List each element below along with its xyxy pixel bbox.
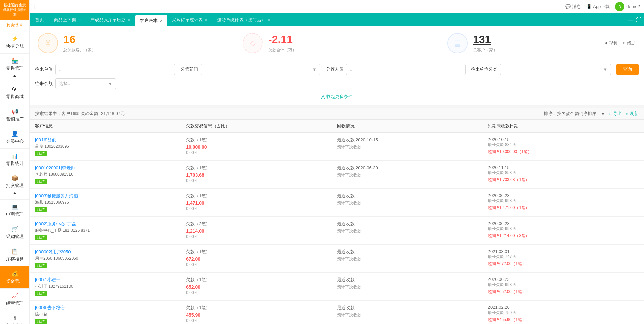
stat-value-2: 131 <box>473 33 497 46</box>
tab-close-3[interactable]: ✕ <box>160 19 163 23</box>
max-overdue-1: 最长欠款 853 天 <box>488 170 639 176</box>
stat-label-2: 总客户（家） <box>473 47 497 53</box>
customer-tag-5: 现结 <box>35 291 47 296</box>
max-overdue-4: 最长欠款 747 天 <box>488 254 639 260</box>
user-menu[interactable]: D demo2 <box>615 2 640 11</box>
tab-label-5: 进货单统计表（按商品） <box>217 17 265 23</box>
debt-amount-5: 652.00 <box>186 284 337 290</box>
customer-name-6[interactable]: [0006]去下粮仓 <box>35 305 186 311</box>
tab-2[interactable]: 产成品入库单历史✕ <box>86 13 135 26</box>
debt-count-4: 欠款（1笔） <box>186 249 337 255</box>
filter-label-unit: 往来单位 <box>35 66 53 72</box>
debt-pct-4: 0.00% <box>186 262 337 267</box>
customer-tag-1: 现结 <box>35 179 47 184</box>
query-button[interactable]: 查询 <box>616 64 639 75</box>
sidebar-search[interactable]: 搜索菜单 <box>0 20 29 31</box>
filter-item-unit: 往来单位 ... <box>35 64 175 75</box>
filter-item-category: 往来单位分类 ▼ <box>471 64 611 75</box>
overdue-detail-2[interactable]: 超期 ¥1,471.00（1笔） <box>488 205 639 211</box>
filter-select-category[interactable]: ▼ <box>500 64 611 75</box>
sidebar-item-12[interactable]: ℹ基础信息 <box>0 311 29 324</box>
filter-select-dept[interactable]: ▼ <box>201 64 320 75</box>
sidebar-item-0[interactable]: ⚡快捷导航 <box>0 31 29 54</box>
debt-info-6: 欠款（1笔） 455.90 0.00% <box>186 305 337 323</box>
overdue-detail-3[interactable]: 超期 ¥1,214.00（3笔） <box>488 233 639 239</box>
customer-tag-3: 现结 <box>35 235 47 240</box>
debt-info-2: 欠款（1笔） 1,471.00 0.00% <box>186 193 337 211</box>
next-payment-5: 预计下次收款 <box>337 284 488 290</box>
tab-0[interactable]: 首页 <box>30 13 49 26</box>
debt-amount-3: 1,214.00 <box>186 228 337 234</box>
message-button[interactable]: 💬 消息 <box>565 4 581 10</box>
tab-3[interactable]: 客户账本✕ <box>135 15 167 26</box>
filter-input-unit[interactable]: ... <box>55 64 175 75</box>
app-download-button[interactable]: 📱 App下载 <box>586 4 610 10</box>
next-payment-1: 预计下次收款 <box>337 172 488 178</box>
chevron-down-icon-dept: ▼ <box>312 67 317 72</box>
minimize-icon[interactable]: — <box>628 17 633 23</box>
sidebar-item-8[interactable]: 🛒采购管理 <box>0 222 29 244</box>
tab-close-4[interactable]: ✕ <box>205 18 208 22</box>
customer-name-5[interactable]: [0007]小进干 <box>35 277 186 283</box>
debt-count-6: 欠款（1笔） <box>186 305 337 311</box>
collapse-icon: ⋀ <box>321 94 325 99</box>
next-payment-0: 预计下次收款 <box>337 144 488 150</box>
help-btn[interactable]: ○ 帮助 <box>623 40 636 46</box>
refresh-icon: ○ <box>626 111 628 116</box>
overdue-detail-0[interactable]: 超期 ¥10,000.00（1笔） <box>488 149 639 155</box>
nav-icon-1: 🏪 <box>11 58 18 64</box>
tab-close-1[interactable]: ✕ <box>78 18 81 22</box>
filter-select-balance[interactable]: 选择... ▼ <box>55 78 116 89</box>
tab-1[interactable]: 商品上下架✕ <box>49 13 86 26</box>
overdue-detail-1[interactable]: 超期 ¥1,703.68（1笔） <box>488 177 639 183</box>
sidebar-item-10[interactable]: 💰资金管理 <box>0 266 29 289</box>
tab-close-2[interactable]: ✕ <box>128 18 131 22</box>
sidebar-item-11[interactable]: 📈经营管理 <box>0 289 29 311</box>
stat-value-0: 16 <box>63 33 96 46</box>
sidebar-item-2[interactable]: 🛍零售商城 <box>0 82 29 104</box>
video-btn[interactable]: ● 视频 <box>605 40 617 46</box>
overdue-detail-5[interactable]: 超期 ¥652.00（1笔） <box>488 289 639 295</box>
sidebar-item-4[interactable]: 👤会员中心 <box>0 126 29 149</box>
main-area: | 💬 消息 📱 App下载 D demo2 首页商品上下架✕产成品入库单历史✕… <box>30 0 644 324</box>
customer-name-3[interactable]: [0002]服务中心_丁磊 <box>35 221 186 227</box>
nav-label-0: 快捷导航 <box>6 43 24 49</box>
expand-icon-6: ▲ <box>12 190 17 195</box>
sidebar-item-6[interactable]: 📦批发管理▲ <box>0 171 29 200</box>
nav-icon-12: ℹ <box>14 315 16 321</box>
sidebar-item-3[interactable]: 📢营销推广 <box>0 104 29 126</box>
nav-icon-8: 🛒 <box>11 226 18 232</box>
due-date-6: 2021.02.26 <box>488 305 639 310</box>
overdue-detail-6[interactable]: 超期 ¥455.90（1笔） <box>488 317 639 323</box>
filter-row-2: 往来余额 选择... ▼ <box>35 78 639 89</box>
sidebar-item-9[interactable]: 📋库存核算 <box>0 244 29 266</box>
tab-close-5[interactable]: ✕ <box>268 18 271 22</box>
customer-name-0[interactable]: [0016]吕俊 <box>35 137 186 143</box>
nav-icon-9: 📋 <box>11 248 18 255</box>
tab-4[interactable]: 采购订单统计表✕ <box>167 13 213 26</box>
refresh-button[interactable]: ○ 刷新 <box>626 111 639 117</box>
col-header-recovery: 回收情况 <box>337 123 488 129</box>
maximize-icon[interactable]: ⛶ <box>636 17 641 23</box>
stats-row: ¥ 16 总欠款客户（家） ◇ -2.11 欠款合计（万） ▦ 131 总客户（… <box>30 26 644 60</box>
tab-5[interactable]: 进货单统计表（按商品）✕ <box>213 13 275 26</box>
filter-input-person[interactable]: ... <box>346 64 466 75</box>
debt-pct-3: 0.00% <box>186 234 337 239</box>
collapse-button[interactable]: ⋀ 收起更多条件 <box>321 94 353 100</box>
sidebar-item-7[interactable]: 💻电商管理 <box>0 200 29 222</box>
due-date-1: 2020.11.15 <box>488 165 639 170</box>
next-payment-2: 预计下次收款 <box>337 200 488 206</box>
sidebar-item-1[interactable]: 🏪零售管理▲ <box>0 54 29 82</box>
customer-name-2[interactable]: [0003]畅捷服务尹海燕 <box>35 193 186 199</box>
tabbar-actions: — ⛶ <box>628 17 644 23</box>
overdue-detail-4[interactable]: 超期 ¥672.00（1笔） <box>488 261 639 267</box>
stat-card-2: ▦ 131 总客户（家） ● 视频 ○ 帮助 <box>439 26 644 60</box>
customer-tag-6: 现结 <box>35 319 47 324</box>
export-label: 导出 <box>613 111 622 117</box>
stat-label-0: 总欠款客户（家） <box>63 47 96 53</box>
sidebar-item-5[interactable]: 📊零售统计 <box>0 149 29 171</box>
customer-name-4[interactable]: [000002]用户2050 <box>35 249 186 255</box>
max-overdue-6: 最长欠款 750 天 <box>488 310 639 316</box>
customer-name-1[interactable]: [0001020001]李老师 <box>35 165 186 171</box>
export-button[interactable]: ○ 导出 <box>609 111 622 117</box>
